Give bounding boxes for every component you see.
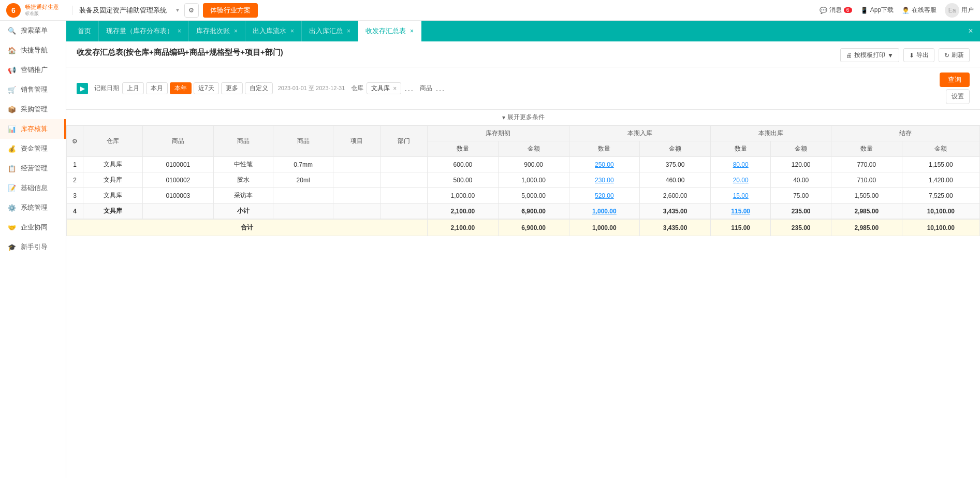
col-header-out-amount: 金额 (771, 141, 831, 157)
sidebar-label-search: 搜索菜单 (21, 26, 48, 35)
user-label: 用户 (961, 6, 974, 15)
date-last-month-btn[interactable]: 上月 (122, 82, 144, 94)
print-button[interactable]: 🖨 按模板打印 ▼ (840, 48, 899, 62)
linked-value[interactable]: 250.00 (595, 161, 614, 168)
goods-more-button[interactable]: ... (435, 83, 445, 94)
sidebar-label-sales: 销售管理 (21, 85, 48, 94)
linked-value[interactable]: 80.00 (733, 161, 749, 168)
expand-conditions-button[interactable]: ▾ 展开更多条件 (502, 113, 545, 122)
tab-home[interactable]: 首页 (70, 21, 99, 41)
date-custom-btn[interactable]: 自定义 (245, 82, 273, 94)
refresh-label: 刷新 (952, 51, 964, 60)
settings-button[interactable]: ⚙ (184, 3, 199, 18)
logo-sub: 标准版 (25, 10, 59, 17)
trial-button[interactable]: 体验行业方案 (203, 3, 258, 18)
top-bar: 6 畅捷通好生意 标准版 装备及固定资产辅助管理系统 ▼ ⚙ 体验行业方案 💬 … (0, 0, 980, 21)
tab-inventory-dist[interactable]: 现存量（库存分布表） × (99, 21, 189, 41)
print-label: 按模板打印 (854, 51, 885, 60)
message-button[interactable]: 💬 消息 6 (820, 6, 852, 15)
basic-info-icon: 📝 (7, 183, 17, 193)
warehouse-tag-remove[interactable]: × (393, 85, 397, 92)
warehouse-tag-text: 文具库 (371, 84, 390, 93)
warehouse-more-button[interactable]: ... (404, 83, 414, 94)
col-header-warehouse: 仓库 (83, 126, 143, 157)
warehouse-filter-label: 仓库 (351, 84, 363, 93)
col-header-department: 部门 (381, 126, 428, 157)
date-this-year-btn[interactable]: 本年 (170, 82, 192, 94)
logo-icon: 6 (6, 3, 21, 18)
linked-value[interactable]: 230.00 (595, 177, 614, 184)
sidebar-item-search[interactable]: 🔍 搜索菜单 (0, 21, 66, 40)
tab-home-label: 首页 (78, 26, 91, 36)
date-shortcuts: 上月 本月 本年 近7天 更多 自定义 (122, 82, 273, 94)
sidebar-item-guide[interactable]: 🎓 新手引导 (0, 237, 66, 257)
system-icon: ⚙️ (7, 203, 17, 212)
tab-in-out-summary[interactable]: 出入库汇总 × (302, 21, 358, 41)
system-selector[interactable]: 装备及固定资产辅助管理系统 ▼ (72, 6, 180, 15)
footer-label: 合计 (67, 219, 428, 236)
expand-conditions-label: 展开更多条件 (507, 113, 545, 122)
filter-toggle-button[interactable]: ▶ (77, 83, 88, 94)
goods-filter-label: 商品 (420, 84, 432, 93)
linked-value[interactable]: 1,000.00 (592, 208, 617, 215)
col-header-goods-spec: 商品 (273, 126, 333, 157)
sidebar-item-marketing[interactable]: 📢 营销推广 (0, 60, 66, 80)
sidebar-item-inventory[interactable]: 📊 库存核算 (0, 119, 66, 139)
print-chevron-icon: ▼ (887, 52, 894, 59)
inventory-icon: 📊 (7, 124, 17, 134)
sidebar-item-purchase[interactable]: 📦 采购管理 (0, 99, 66, 119)
sidebar-label-quick-nav: 快捷导航 (21, 46, 48, 55)
tab-in-out-flow-label: 出入库流水 (253, 26, 286, 36)
system-title: 装备及固定资产辅助管理系统 (72, 6, 173, 15)
close-all-tabs-button[interactable]: × (961, 21, 980, 41)
tab-close-in-out-flow[interactable]: × (290, 27, 294, 35)
data-table-container: ⚙ 仓库 商品 商品 商品 项目 部门 库存期初 本期入库 本期出库 结存 (66, 125, 980, 478)
tab-receipt-summary[interactable]: 收发存汇总表 × (358, 21, 421, 41)
date-this-month-btn[interactable]: 本月 (146, 82, 168, 94)
message-badge: 6 (844, 7, 852, 13)
sidebar-label-enterprise: 企业协同 (21, 223, 48, 232)
sidebar-item-quick-nav[interactable]: 🏠 快捷导航 (0, 40, 66, 60)
sidebar-label-inventory: 库存核算 (21, 124, 48, 134)
linked-value[interactable]: 20.00 (733, 177, 749, 184)
app-download-button[interactable]: 📱 App下载 (860, 6, 894, 15)
export-button[interactable]: ⬇ 导出 (903, 48, 934, 62)
tab-close-in-out-summary[interactable]: × (347, 27, 350, 35)
date-last-7days-btn[interactable]: 近7天 (194, 82, 219, 94)
tab-in-out-flow[interactable]: 出入库流水 × (245, 21, 302, 41)
content-area: 首页 现存量（库存分布表） × 库存批次账 × 出入库流水 × 出入库汇总 × (66, 21, 980, 478)
sidebar-label-system: 系统管理 (21, 203, 48, 212)
query-button[interactable]: 查询 (940, 73, 970, 87)
linked-value[interactable]: 15.00 (733, 192, 749, 199)
tab-in-out-summary-label: 出入库汇总 (309, 26, 343, 36)
linked-value[interactable]: 115.00 (731, 208, 750, 215)
user-menu[interactable]: Ea 用户 (945, 3, 974, 18)
col-header-out-qty: 数量 (710, 141, 771, 157)
footer-closing-amount: 10,100.00 (902, 219, 979, 236)
tab-batch-ledger[interactable]: 库存批次账 × (189, 21, 245, 41)
online-service-label: 在线客服 (912, 6, 937, 15)
date-filter-group: 记账日期 上月 本月 本年 近7天 更多 自定义 2023-01-01 至 20… (94, 82, 345, 94)
col-header-in-group: 本期入库 (569, 126, 710, 141)
sidebar-item-basic-info[interactable]: 📝 基础信息 (0, 178, 66, 198)
tab-close-inventory-dist[interactable]: × (178, 27, 181, 35)
tab-close-receipt-summary[interactable]: × (410, 27, 414, 35)
col-header-closing-amount: 金额 (902, 141, 979, 157)
sidebar-item-system[interactable]: ⚙️ 系统管理 (0, 198, 66, 218)
footer-in-amount: 3,435.00 (640, 219, 711, 236)
sidebar-item-finance[interactable]: 💰 资金管理 (0, 139, 66, 158)
date-more-btn[interactable]: 更多 (221, 82, 243, 94)
refresh-button[interactable]: ↻ 刷新 (939, 48, 970, 62)
table-row: 4文具库小计2,100.006,900.001,000.003,435.0011… (67, 204, 980, 220)
col-header-closing-group: 结存 (831, 126, 979, 141)
linked-value[interactable]: 520.00 (595, 192, 614, 199)
tab-close-batch-ledger[interactable]: × (234, 27, 238, 35)
sidebar-item-sales[interactable]: 🛒 销售管理 (0, 80, 66, 99)
filter-settings-button[interactable]: 设置 (946, 89, 970, 104)
sidebar-label-finance: 资金管理 (21, 144, 48, 153)
sidebar-item-operations[interactable]: 📋 经营管理 (0, 158, 66, 178)
sidebar-item-enterprise[interactable]: 🤝 企业协同 (0, 218, 66, 237)
online-service-button[interactable]: 👨‍💼 在线客服 (902, 6, 937, 15)
export-label: 导出 (916, 51, 929, 60)
goods-filter-group: 商品 ... (420, 83, 445, 94)
